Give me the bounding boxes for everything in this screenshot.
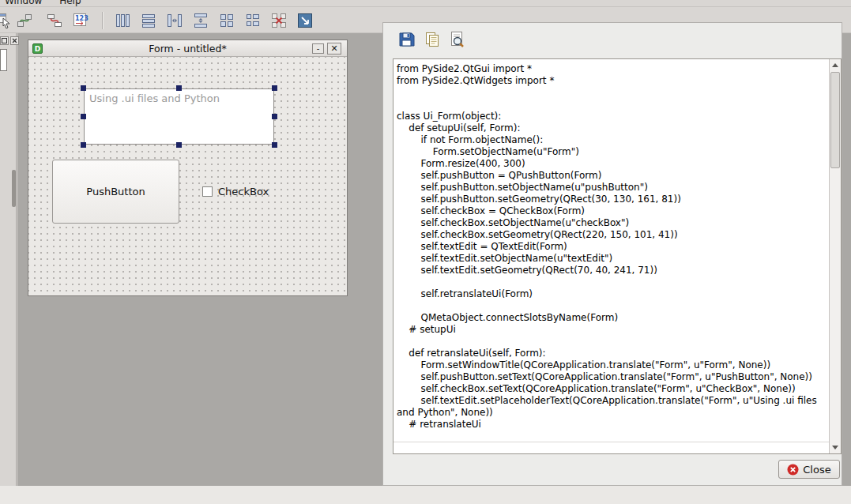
dock-close-icon[interactable] [10, 36, 19, 45]
form-window-titlebar[interactable]: D Form - untitled* - ✕ [28, 40, 347, 57]
dock-float-icon[interactable] [0, 36, 9, 45]
scroll-up-icon[interactable] [830, 59, 841, 71]
close-button[interactable]: Close [778, 460, 840, 479]
find-icon[interactable] [447, 29, 468, 50]
toolbar-separator [102, 12, 104, 29]
menubar-divider [0, 6, 851, 7]
layout-grid-icon[interactable] [217, 11, 236, 30]
resize-handle-n[interactable] [176, 85, 182, 91]
menu-help[interactable]: Help [59, 0, 81, 6]
checkbox-label: CheckBox [218, 186, 269, 197]
checkbox-indicator [202, 186, 213, 197]
resize-handle-w[interactable] [81, 114, 86, 119]
checkbox-widget[interactable]: CheckBox [202, 175, 282, 208]
widget-box-dock [0, 33, 17, 486]
python-code-text[interactable]: from PySide2.QtGui import * from PySide2… [393, 59, 828, 453]
break-layout-icon[interactable] [269, 11, 288, 30]
adjust-size-icon[interactable] [296, 11, 314, 30]
form-window-title: Form - untitled* [28, 43, 347, 55]
svg-text:123: 123 [75, 15, 88, 22]
menubar: Window Help [5, 0, 96, 6]
code-editor[interactable]: from PySide2.QtGui import * from PySide2… [393, 58, 842, 454]
edit-signals-slots-icon[interactable] [15, 11, 34, 30]
resize-handle-s[interactable] [176, 142, 182, 148]
resize-handle-se[interactable] [272, 142, 277, 148]
save-icon[interactable] [397, 29, 417, 50]
qt-designer-window: Window Help 123 [0, 0, 851, 504]
scrollbar-thumb[interactable] [830, 72, 840, 168]
resize-handle-nw[interactable] [81, 85, 86, 91]
python-code-dialog: from PySide2.QtGui import * from PySide2… [382, 22, 842, 486]
close-window-button[interactable]: ✕ [327, 43, 341, 55]
bottom-dock-strip: <resource root> [0, 486, 851, 504]
code-dialog-toolbar [397, 29, 473, 50]
menu-window[interactable]: Window [5, 0, 42, 6]
form-editor-window: D Form - untitled* - ✕ Using .ui files a… [28, 39, 348, 296]
resize-handle-ne[interactable] [272, 85, 277, 91]
resize-handle-e[interactable] [272, 114, 277, 119]
copy-icon[interactable] [422, 29, 442, 50]
scroll-down-icon[interactable] [830, 442, 841, 453]
textedit-placeholder: Using .ui files and Python [89, 92, 220, 104]
close-icon [787, 464, 799, 476]
code-vertical-scrollbar[interactable] [829, 59, 841, 453]
edit-buddies-icon[interactable] [45, 11, 64, 30]
form-canvas[interactable]: Using .ui files and Python PushButton Ch… [28, 57, 347, 295]
widget-filter-input[interactable] [0, 49, 7, 71]
pushbutton-widget[interactable]: PushButton [52, 160, 179, 224]
main-toolbar: 123 [0, 9, 322, 32]
textedit-selection: Using .ui files and Python [84, 88, 274, 145]
layout-horizontal-icon[interactable] [113, 11, 132, 30]
edit-widgets-icon[interactable] [0, 11, 13, 30]
resize-handle-sw[interactable] [81, 142, 86, 148]
layout-horizontal-splitter-icon[interactable] [165, 11, 184, 30]
minimize-button[interactable]: - [312, 43, 324, 54]
layout-vertical-icon[interactable] [139, 11, 158, 30]
edit-tab-order-icon[interactable]: 123 [71, 11, 90, 30]
textedit-widget[interactable]: Using .ui files and Python [84, 88, 274, 145]
close-button-label: Close [803, 464, 830, 476]
layout-form-icon[interactable] [243, 11, 262, 30]
dock-scrollbar-thumb[interactable] [12, 170, 16, 207]
layout-vertical-splitter-icon[interactable] [191, 11, 210, 30]
code-bottom-divider [393, 442, 829, 442]
